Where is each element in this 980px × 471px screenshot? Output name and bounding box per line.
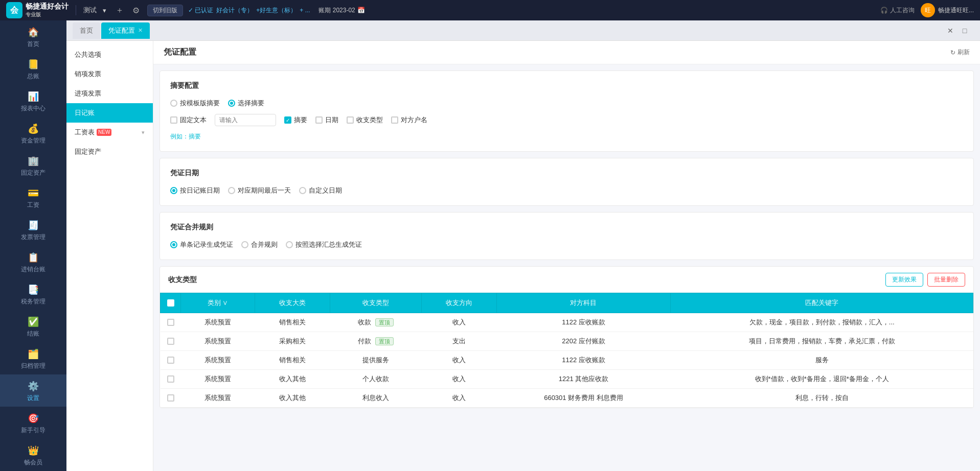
sidebar-item-ledger[interactable]: 📒 总账 xyxy=(0,53,66,85)
left-nav-purchase-invoice[interactable]: 进项发票 xyxy=(66,84,153,103)
tab-home[interactable]: 首页 xyxy=(73,22,100,39)
radio-template-circle xyxy=(170,100,177,107)
row2-checkbox[interactable] xyxy=(167,338,174,345)
refresh-button[interactable]: ↻ 刷新 xyxy=(950,48,970,57)
radio-summary-generate[interactable]: 按照选择汇总生成凭证 xyxy=(286,240,362,249)
row1-category: 系统预置 xyxy=(181,313,255,332)
col-major-type: 收支大类 xyxy=(255,293,330,313)
sidebar-item-assets[interactable]: 🏢 固定资产 xyxy=(0,149,66,181)
select-all-checkbox[interactable]: □ xyxy=(167,299,174,307)
test-label: 测试 xyxy=(83,6,97,15)
merge-section-title: 凭证合并规则 xyxy=(170,223,963,232)
topbar-period: 账期 2023-02 📅 xyxy=(318,6,365,15)
row1-tag[interactable]: 置顶 xyxy=(375,318,394,326)
radio-diary-date-label: 按日记账日期 xyxy=(180,186,220,195)
checkbox-date[interactable]: 日期 xyxy=(315,115,338,125)
sidebar-item-archive[interactable]: 🗂️ 归档管理 xyxy=(0,342,66,374)
radio-custom-date[interactable]: 自定义日期 xyxy=(299,186,342,195)
sidebar-item-invoice[interactable]: 🧾 发票管理 xyxy=(0,214,66,246)
expense-section-title: 收支类型 xyxy=(168,275,197,285)
user-menu[interactable]: 旺 畅捷通旺旺... xyxy=(921,3,974,17)
sidebar-item-vip[interactable]: 👑 畅会员 xyxy=(0,439,66,471)
row3-checkbox[interactable] xyxy=(167,357,174,364)
summary-section-title: 摘要配置 xyxy=(170,81,963,90)
radio-custom-date-circle xyxy=(299,187,306,194)
row4-checkbox[interactable] xyxy=(167,375,174,383)
tab-bar: 首页 凭证配置 ✕ ✕ □ xyxy=(66,20,980,41)
purchase-sales-icon: 📋 xyxy=(28,252,39,263)
left-nav-fixed-assets[interactable]: 固定资产 xyxy=(66,142,153,161)
checkbox-summary[interactable]: ✓ 摘要 xyxy=(284,115,307,125)
summary-checkbox-label: 摘要 xyxy=(294,115,307,125)
row3-type: 提供服务 xyxy=(330,351,421,370)
sidebar-item-settings[interactable]: ⚙️ 设置 xyxy=(0,374,66,407)
radio-custom-date-label: 自定义日期 xyxy=(309,186,342,195)
row2-tag[interactable]: 置顶 xyxy=(375,337,394,345)
merge-radio-group: 单条记录生成凭证 合并规则 按照选择汇总生成凭证 xyxy=(170,240,963,249)
window-close-button[interactable]: ✕ xyxy=(945,26,955,36)
test-chevron-icon[interactable]: ▾ xyxy=(103,7,106,14)
radio-template-mode[interactable]: 按模板版摘要 xyxy=(170,99,220,108)
sidebar-item-finance[interactable]: 💰 资金管理 xyxy=(0,117,66,149)
row5-category: 系统预置 xyxy=(181,389,255,408)
sidebar-item-purchase-sales[interactable]: 📋 进销台账 xyxy=(0,246,66,278)
row4-type: 个人收款 xyxy=(330,370,421,389)
reports-icon: 📊 xyxy=(28,91,39,102)
settings-icon[interactable]: ⚙ xyxy=(130,4,142,16)
radio-merge-rules[interactable]: 合并规则 xyxy=(241,240,278,249)
checkbox-expense-type[interactable]: 收支类型 xyxy=(347,115,383,125)
fixed-text-checkbox xyxy=(170,116,177,124)
sidebar-item-home[interactable]: 🏠 首页 xyxy=(0,20,66,53)
calendar-icon[interactable]: 📅 xyxy=(357,7,365,14)
expense-table: □ 类别 ∨ 收支大类 收支类型 收支方向 对方科目 匹配关键字 xyxy=(160,293,973,408)
radio-period-last-label: 对应期间最后一天 xyxy=(238,186,291,195)
radio-select-mode[interactable]: 选择摘要 xyxy=(228,99,264,108)
tag-more: + ... xyxy=(300,7,310,14)
row4-direction: 收入 xyxy=(421,370,496,389)
switch-version-button[interactable]: 切到旧版 xyxy=(147,5,183,16)
tab-voucher-config[interactable]: 凭证配置 ✕ xyxy=(101,22,150,39)
update-effect-button[interactable]: 更新效果 xyxy=(885,273,923,287)
row1-keywords: 欠款，现金，项目款，到付款，报销款，汇入，... xyxy=(671,313,973,332)
help-button[interactable]: 🎧 人工咨询 xyxy=(880,6,915,15)
radio-select-label: 选择摘要 xyxy=(238,99,264,108)
left-nav-public[interactable]: 公共选项 xyxy=(66,45,153,64)
table-actions: 更新效果 批量删除 xyxy=(885,273,965,287)
radio-single-record-label: 单条记录生成凭证 xyxy=(180,240,233,249)
left-nav-payroll-label: 工资表 xyxy=(75,128,95,137)
radio-diary-date[interactable]: 按日记账日期 xyxy=(170,186,220,195)
sidebar-item-newbie[interactable]: 🎯 新手引导 xyxy=(0,407,66,439)
row3-major-type: 销售相关 xyxy=(255,351,330,370)
checkbox-fixed-text[interactable]: 固定文本 xyxy=(170,115,207,125)
tag-good-business: +好生意（标） xyxy=(256,6,297,15)
row5-checkbox[interactable] xyxy=(167,394,174,402)
row1-type-label: 收款 xyxy=(358,318,371,326)
fixed-text-input[interactable] xyxy=(215,114,276,126)
example-text: 例如：摘要 xyxy=(170,132,963,141)
row2-category: 系统预置 xyxy=(181,332,255,351)
certified-tag: ✓ 已认证 xyxy=(188,6,213,15)
sidebar-item-close-accounts[interactable]: ✅ 结账 xyxy=(0,310,66,342)
row1-checkbox[interactable] xyxy=(167,319,174,326)
expense-type-checkbox xyxy=(347,116,354,124)
left-nav-diary[interactable]: 日记账 xyxy=(66,103,153,123)
add-icon[interactable]: ＋ xyxy=(113,4,126,16)
period-label: 账期 xyxy=(318,6,331,15)
row5-direction: 收入 xyxy=(421,389,496,408)
sidebar-item-tax[interactable]: 📑 税务管理 xyxy=(0,278,66,310)
tax-icon: 📑 xyxy=(28,284,39,295)
left-nav-payroll[interactable]: 工资表 NEW ▾ xyxy=(66,123,153,142)
checkbox-counterpart-name[interactable]: 对方户名 xyxy=(391,115,427,125)
tab-close-icon[interactable]: ✕ xyxy=(138,27,143,34)
sidebar-item-reports[interactable]: 📊 报表中心 xyxy=(0,85,66,117)
page-title: 凭证配置 xyxy=(164,47,196,58)
sidebar-item-salary[interactable]: 💳 工资 xyxy=(0,181,66,214)
date-checkbox-label: 日期 xyxy=(325,115,338,125)
finance-icon: 💰 xyxy=(28,123,39,134)
window-maximize-button[interactable]: □ xyxy=(960,26,970,36)
radio-single-record[interactable]: 单条记录生成凭证 xyxy=(170,240,233,249)
left-nav-sales-invoice[interactable]: 销项发票 xyxy=(66,64,153,84)
settings-sidebar-icon: ⚙️ xyxy=(28,381,39,392)
radio-period-last-day[interactable]: 对应期间最后一天 xyxy=(228,186,291,195)
batch-delete-button[interactable]: 批量删除 xyxy=(927,273,965,287)
